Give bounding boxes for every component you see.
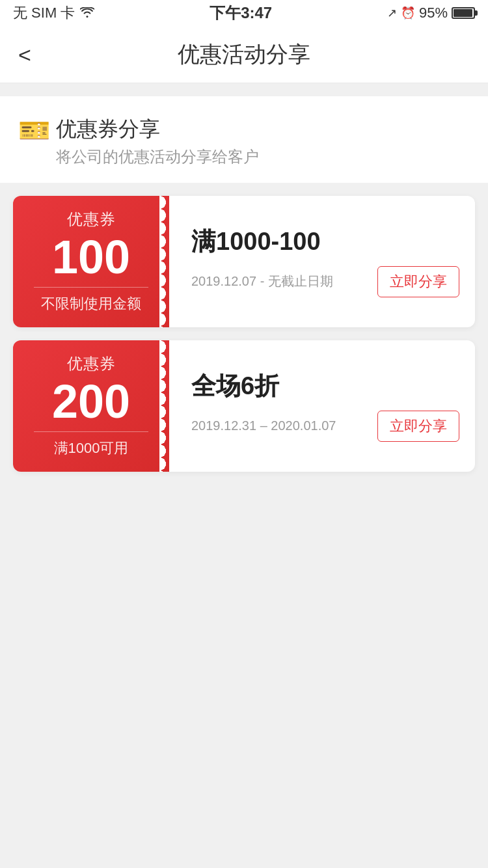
share-button-1[interactable]: 立即分享	[377, 266, 459, 297]
section-text-block: 优惠券分享 将公司的优惠活动分享给客户	[56, 116, 259, 167]
section-title: 优惠券分享	[56, 116, 259, 143]
coupon-value-1: 100	[52, 234, 130, 280]
coupon-date-1: 2019.12.07 - 无截止日期	[191, 273, 371, 290]
coupon-card-1: 优惠券 100 不限制使用金额 满1000-100 2019.12.07 - 无…	[13, 196, 475, 327]
coupon-condition-2: 满1000可用	[54, 439, 129, 459]
coupon-right-1: 满1000-100 2019.12.07 - 无截止日期 立即分享	[169, 196, 475, 327]
coupon-list: 优惠券 100 不限制使用金额 满1000-100 2019.12.07 - 无…	[0, 183, 488, 485]
coupon-left-2: 优惠券 200 满1000可用	[13, 340, 169, 472]
page-title: 优惠活动分享	[178, 40, 310, 70]
coupon-type-2: 优惠券	[67, 353, 116, 374]
status-left: 无 SIM 卡	[13, 3, 94, 23]
section-header: 🎫 优惠券分享 将公司的优惠活动分享给客户	[0, 96, 488, 183]
battery-icon	[452, 7, 475, 19]
coupon-date-row-2: 2019.12.31 – 2020.01.07 立即分享	[191, 411, 459, 442]
battery-percent: 95%	[419, 5, 448, 21]
coupon-left-1: 优惠券 100 不限制使用金额	[13, 196, 169, 327]
coupon-divider-2	[34, 431, 148, 432]
status-right: ↗ ⏰ 95%	[387, 5, 475, 21]
alarm-icon: ⏰	[401, 6, 415, 20]
coupon-date-row-1: 2019.12.07 - 无截止日期 立即分享	[191, 266, 459, 297]
back-button[interactable]: <	[18, 42, 31, 67]
coupon-value-2: 200	[52, 378, 130, 425]
coupon-name-2: 全场6折	[191, 370, 459, 402]
coupon-date-2: 2019.12.31 – 2020.01.07	[191, 418, 371, 433]
share-button-2[interactable]: 立即分享	[377, 411, 459, 442]
carrier-label: 无 SIM 卡	[13, 3, 75, 23]
wifi-icon	[80, 5, 94, 21]
status-time: 下午3:47	[210, 3, 272, 23]
coupon-name-1: 满1000-100	[191, 226, 459, 258]
status-bar: 无 SIM 卡 下午3:47 ↗ ⏰ 95%	[0, 0, 488, 26]
background-fill	[0, 485, 488, 745]
coupon-right-2: 全场6折 2019.12.31 – 2020.01.07 立即分享	[169, 340, 475, 472]
coupon-condition-1: 不限制使用金额	[41, 294, 141, 314]
coupon-type-1: 优惠券	[67, 209, 116, 230]
section-subtitle: 将公司的优惠活动分享给客户	[56, 146, 259, 168]
nav-bar: < 优惠活动分享	[0, 26, 488, 83]
coupon-divider-1	[34, 287, 148, 288]
location-icon: ↗	[387, 6, 397, 20]
section-icon: 🎫	[18, 117, 47, 146]
coupon-card-2: 优惠券 200 满1000可用 全场6折 2019.12.31 – 2020.0…	[13, 340, 475, 472]
